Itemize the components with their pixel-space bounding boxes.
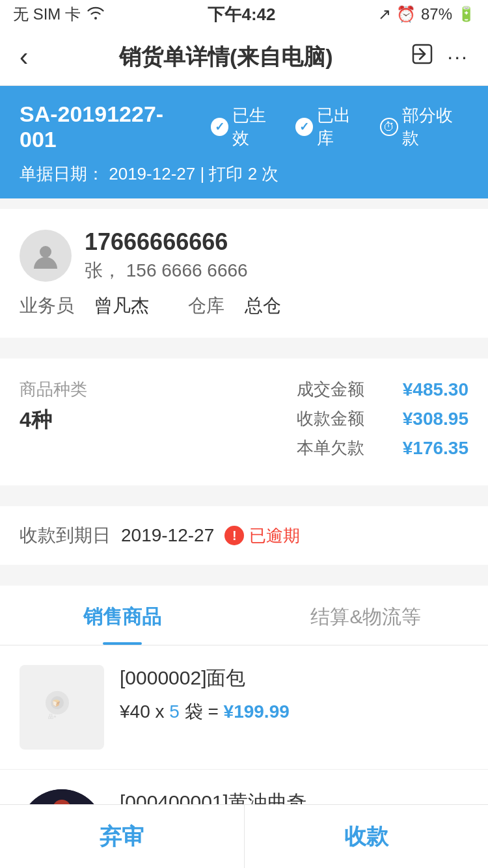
tab-settlement[interactable]: 结算&物流等	[244, 586, 488, 645]
product-name-1: [0000002]面包	[120, 665, 468, 692]
order-date: 2019-12-27	[109, 164, 195, 183]
check-icon-2: ✓	[295, 118, 314, 136]
salesperson-item: 业务员 曾凡杰	[20, 293, 149, 318]
divider-1	[0, 198, 488, 209]
due-date-value: 2019-12-27	[121, 525, 214, 546]
price-unit-1: ¥40	[120, 701, 150, 722]
tab-products-label: 销售商品	[83, 606, 161, 627]
warehouse-item: 仓库 总仓	[188, 293, 281, 318]
more-icon[interactable]: ···	[447, 45, 468, 69]
unit-1: 袋	[185, 701, 203, 722]
customer-phone-num: 156 6666 6666	[126, 260, 248, 280]
avatar	[20, 230, 72, 282]
received-label: 收款金额	[297, 407, 364, 430]
types-value: 4种	[20, 406, 87, 435]
product-item-1: 🍞 品+ [0000002]面包 ¥40 x 5 袋 = ¥199.99	[0, 645, 488, 770]
wifi-icon	[86, 5, 105, 23]
overdue-badge: ! 已逾期	[224, 524, 300, 547]
salesperson-label: 业务员	[20, 295, 74, 316]
deal-label: 成交金额	[297, 378, 364, 401]
badge-partial-label: 部分收款	[402, 104, 468, 150]
status-right: ↗ ⏰ 87% 🔋	[378, 5, 475, 23]
badge-shipped-label: 已出库	[317, 104, 367, 150]
svg-point-1	[40, 246, 51, 258]
qty-1: 5	[169, 701, 180, 722]
confirm-label: 收款	[344, 822, 388, 852]
owed-row: 本单欠款 ¥176.35	[297, 437, 468, 459]
cancel-button[interactable]: 弃审	[0, 805, 245, 868]
salesperson-value: 曾凡杰	[94, 295, 149, 316]
product-price-1: ¥40 x 5 袋 = ¥199.99	[120, 699, 468, 724]
tab-settlement-label: 结算&物流等	[310, 606, 421, 627]
owed-value: ¥176.35	[377, 438, 468, 459]
summary-right: 成交金额 ¥485.30 收款金额 ¥308.95 本单欠款 ¥176.35	[297, 378, 468, 466]
overdue-icon: !	[224, 526, 244, 545]
product-id-1: [0000002]面包	[120, 667, 245, 688]
customer-info: 17666666666 张， 156 6666 6666	[85, 228, 248, 283]
customer-id: 17666666666	[85, 228, 248, 256]
status-bar: 无 SIM 卡 下午4:42 ↗ ⏰ 87% 🔋	[0, 0, 488, 29]
no-sim-label: 无 SIM 卡	[13, 4, 81, 25]
banner-top-row: SA-20191227-001 ✓ 已生效 ✓ 已出库 ⏱ 部分收款	[20, 102, 468, 152]
divider-2	[0, 348, 488, 359]
divider-3	[0, 496, 488, 506]
svg-text:品+: 品+	[48, 714, 57, 720]
received-value: ¥308.95	[377, 409, 468, 429]
owed-label: 本单欠款	[297, 437, 364, 459]
badge-effective-label: 已生效	[232, 104, 282, 150]
print-info: 打印 2 次	[209, 164, 278, 183]
status-time: 下午4:42	[208, 3, 275, 26]
share-icon[interactable]	[411, 42, 434, 72]
product-img-1: 🍞 品+	[20, 665, 104, 750]
badge-shipped: ✓ 已出库	[295, 104, 367, 150]
location-icon: ↗	[378, 5, 391, 23]
tabs: 销售商品 结算&物流等	[0, 586, 488, 645]
total-1: ¥199.99	[224, 701, 290, 722]
customer-name: 张，	[85, 260, 121, 280]
battery-icon: 🔋	[457, 6, 475, 23]
status-left: 无 SIM 卡	[13, 4, 105, 25]
summary-left: 商品种类 4种	[20, 378, 87, 435]
overdue-label: 已逾期	[249, 524, 300, 547]
due-date-label: 收款到期日	[20, 523, 111, 548]
warehouse-value: 总仓	[245, 295, 281, 316]
deal-row: 成交金额 ¥485.30	[297, 378, 468, 401]
cancel-label: 弃审	[100, 822, 144, 852]
warehouse-label: 仓库	[188, 295, 224, 316]
check-icon-1: ✓	[211, 118, 229, 136]
tab-products[interactable]: 销售商品	[0, 586, 244, 645]
svg-text:🍞: 🍞	[52, 699, 61, 707]
product-info-1: [0000002]面包 ¥40 x 5 袋 = ¥199.99	[120, 665, 468, 724]
divider-4	[0, 575, 488, 586]
back-button[interactable]: ‹	[20, 42, 41, 72]
clock-icon: ⏱	[380, 118, 398, 136]
bottom-bar: 弃审 收款	[0, 804, 488, 868]
customer-row: 17666666666 张， 156 6666 6666	[20, 228, 468, 283]
order-id: SA-20191227-001	[20, 102, 198, 152]
nav-right-icons: ···	[411, 42, 468, 72]
nav-bar: ‹ 销货单详情(来自电脑) ···	[0, 29, 488, 86]
badge-effective: ✓ 已生效	[211, 104, 282, 150]
separator: |	[200, 164, 209, 183]
customer-meta: 业务员 曾凡杰 仓库 总仓	[20, 293, 468, 318]
due-section: 收款到期日 2019-12-27 ! 已逾期	[0, 506, 488, 565]
header-banner: SA-20191227-001 ✓ 已生效 ✓ 已出库 ⏱ 部分收款 单据日期：…	[0, 86, 488, 198]
date-label: 单据日期：	[20, 164, 104, 183]
confirm-button[interactable]: 收款	[245, 805, 489, 868]
page-title: 销货单详情(来自电脑)	[41, 42, 411, 72]
battery-label: 87%	[421, 5, 452, 23]
customer-name-phone: 张， 156 6666 6666	[85, 258, 248, 283]
received-row: 收款金额 ¥308.95	[297, 407, 468, 430]
tabs-section: 销售商品 结算&物流等	[0, 586, 488, 645]
banner-sub-info: 单据日期： 2019-12-27 | 打印 2 次	[20, 163, 468, 185]
equals-1: =	[208, 701, 223, 722]
customer-section: 17666666666 张， 156 6666 6666 业务员 曾凡杰 仓库 …	[0, 209, 488, 338]
deal-value: ¥485.30	[377, 379, 468, 400]
badge-partial: ⏱ 部分收款	[380, 104, 468, 150]
multiply-1: x	[156, 701, 170, 722]
types-label: 商品种类	[20, 378, 87, 401]
alarm-icon: ⏰	[396, 5, 416, 23]
summary-section: 商品种类 4种 成交金额 ¥485.30 收款金额 ¥308.95 本单欠款 ¥…	[0, 359, 488, 485]
